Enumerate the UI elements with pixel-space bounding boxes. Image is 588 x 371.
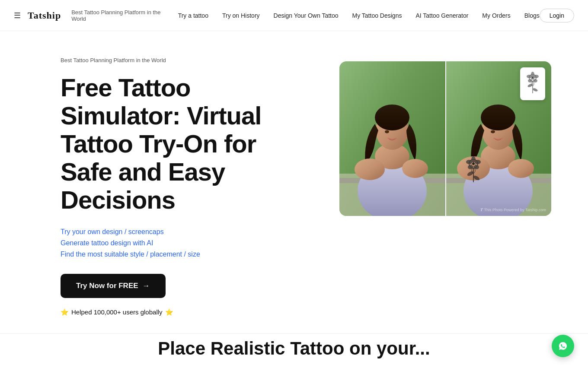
nav-my-orders[interactable]: My Orders bbox=[482, 12, 510, 19]
svg-point-39 bbox=[532, 77, 534, 79]
nav-design-own[interactable]: Design Your Own Tattoo bbox=[274, 12, 339, 19]
hero-content: Best Tattoo Planning Platform in the Wor… bbox=[61, 57, 303, 316]
cta-arrow: → bbox=[143, 282, 150, 290]
hero-section: Best Tattoo Planning Platform in the Wor… bbox=[0, 31, 588, 333]
before-panel bbox=[339, 61, 445, 216]
hero-features: Try your own design / screencaps Generat… bbox=[61, 228, 303, 258]
breadcrumb: Best Tattoo Planning Platform in the Wor… bbox=[61, 57, 303, 63]
svg-point-16 bbox=[481, 105, 515, 130]
social-proof-text: Helped 100,000+ users globally bbox=[71, 308, 163, 316]
bottom-teaser-text: Place Realistic Tattoo on your... bbox=[158, 338, 430, 358]
login-button[interactable]: Login bbox=[540, 9, 574, 22]
hamburger-menu[interactable]: ☰ bbox=[14, 11, 21, 20]
svg-point-9 bbox=[385, 130, 389, 133]
support-button[interactable] bbox=[552, 335, 574, 357]
svg-point-29 bbox=[472, 162, 475, 165]
before-image bbox=[339, 61, 445, 216]
social-proof: ⭐ Helped 100,000+ users globally ⭐ bbox=[61, 308, 303, 316]
svg-point-38 bbox=[527, 75, 532, 78]
svg-point-36 bbox=[533, 79, 537, 82]
svg-point-8 bbox=[402, 159, 428, 178]
cta-label: Try Now for FREE bbox=[76, 282, 138, 290]
feature-item-2: Generate tattoo design with AI bbox=[61, 239, 303, 247]
nav-try-tattoo[interactable]: Try a tattoo bbox=[178, 12, 208, 19]
tattoo-thumbnail-image bbox=[523, 70, 542, 98]
svg-point-18 bbox=[508, 159, 534, 178]
feature-item-1: Try your own design / screencaps bbox=[61, 228, 303, 236]
cta-button[interactable]: Try Now for FREE → bbox=[61, 274, 166, 298]
nav-ai-generator[interactable]: AI Tattoo Generator bbox=[415, 12, 468, 19]
svg-point-7 bbox=[355, 159, 385, 180]
nav-tagline: Best Tattoo Planning Platform in the Wor… bbox=[71, 9, 164, 22]
logo-text: Tatship bbox=[28, 10, 61, 21]
watermark-domain-text: This Photo Powered by Tatship.com bbox=[484, 208, 546, 212]
star-icon-left: ⭐ bbox=[61, 308, 69, 316]
bottom-teaser: Place Realistic Tattoo on your... bbox=[0, 333, 588, 359]
divider-line bbox=[445, 61, 446, 216]
svg-point-31 bbox=[491, 130, 495, 133]
whatsapp-icon bbox=[557, 340, 569, 352]
star-icon-right: ⭐ bbox=[165, 308, 173, 316]
feature-item-3: Find the most suitable style / placement… bbox=[61, 251, 303, 258]
hero-image-area: 𝑻 This Photo Powered by Tatship.com bbox=[329, 57, 562, 216]
nav-try-history[interactable]: Try on History bbox=[222, 12, 260, 19]
hero-title: Free Tattoo Simulator: Virtual Tattoo Tr… bbox=[61, 74, 303, 214]
svg-point-37 bbox=[528, 79, 532, 82]
navbar: ☰ Tatship Best Tattoo Planning Platform … bbox=[0, 0, 588, 31]
svg-point-25 bbox=[466, 160, 472, 164]
watermark: 𝑻 This Photo Powered by Tatship.com bbox=[480, 207, 546, 212]
nav-links: Try a tattoo Try on History Design Your … bbox=[178, 12, 540, 19]
svg-point-35 bbox=[534, 75, 539, 78]
tattoo-comparison: 𝑻 This Photo Powered by Tatship.com bbox=[339, 61, 551, 216]
site-logo[interactable]: Tatship bbox=[28, 10, 61, 21]
svg-point-6 bbox=[375, 105, 409, 130]
svg-point-22 bbox=[475, 160, 481, 164]
watermark-logo: 𝑻 bbox=[480, 207, 483, 212]
nav-blogs[interactable]: Blogs bbox=[524, 12, 540, 19]
tattoo-thumbnail bbox=[520, 67, 545, 100]
nav-my-designs[interactable]: My Tattoo Designs bbox=[352, 12, 402, 19]
svg-point-42 bbox=[532, 88, 538, 92]
